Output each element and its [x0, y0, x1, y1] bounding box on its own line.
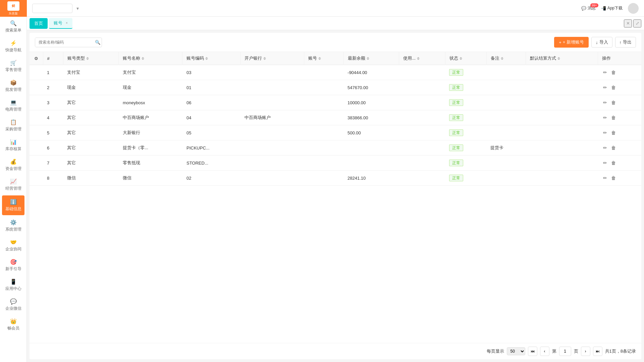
- th-balance[interactable]: 最新余额: [343, 52, 399, 65]
- dropdown-arrow-icon[interactable]: ▾: [76, 6, 79, 11]
- sidebar-item-operations[interactable]: 📈 经营管理: [0, 175, 26, 195]
- cell-settlement: [526, 125, 598, 140]
- th-code[interactable]: 账号编码: [182, 52, 240, 65]
- expand-button[interactable]: ⤢: [633, 19, 641, 27]
- sidebar-item-member[interactable]: 👑 畅会员: [0, 315, 26, 335]
- prev-page-button[interactable]: ‹: [540, 347, 549, 356]
- delete-button[interactable]: 🗑: [610, 99, 617, 107]
- last-page-button[interactable]: ⏭: [593, 347, 602, 356]
- cell-settlement: [526, 110, 598, 125]
- cell-type: 现金: [63, 80, 119, 95]
- cell-type: 其它: [63, 140, 119, 156]
- tab-account[interactable]: 账号 ×: [49, 18, 72, 29]
- sidebar-item-search[interactable]: 🔍 搜索菜单: [0, 17, 26, 37]
- cell-settlement: [526, 80, 598, 95]
- cell-code: 06: [182, 95, 240, 110]
- table-row: 4 其它 中百商场账户 04 中百商场账户 383866.00 正常 ✏ 🗑: [30, 110, 641, 125]
- operations-icon: 📈: [10, 178, 17, 185]
- sidebar-item-inventory[interactable]: 📊 库存核算: [0, 135, 26, 155]
- sidebar-item-purchase[interactable]: 📋 采购管理: [0, 116, 26, 135]
- message-button[interactable]: 💬 消息 99+: [581, 5, 596, 11]
- edit-button[interactable]: ✏: [602, 129, 608, 137]
- sidebar-item-system[interactable]: ⚙️ 系统管理: [0, 216, 26, 236]
- app-download-button[interactable]: 📲 App下载: [601, 5, 623, 11]
- sidebar-item-quicknav[interactable]: ⚡ 快捷导航: [0, 37, 26, 56]
- cell-type: 微信: [63, 171, 119, 186]
- header-right: 💬 消息 99+ 📲 App下载: [581, 3, 639, 14]
- cell-bank: [240, 140, 304, 156]
- th-type[interactable]: 账号类型: [63, 52, 119, 65]
- th-usage[interactable]: 使用...: [399, 52, 445, 65]
- delete-button[interactable]: 🗑: [610, 83, 617, 92]
- export-button[interactable]: ↑ 导出: [615, 37, 636, 48]
- search-input[interactable]: [35, 38, 92, 47]
- edit-button[interactable]: ✏: [602, 114, 608, 122]
- cell-bank: [240, 65, 304, 80]
- delete-button[interactable]: 🗑: [610, 174, 617, 182]
- page-input[interactable]: [559, 347, 571, 356]
- cell-name: 大新银行: [119, 125, 182, 140]
- sidebar-item-retail[interactable]: 🛒 零售管理: [0, 56, 26, 76]
- th-note[interactable]: 备注: [486, 52, 526, 65]
- edit-button[interactable]: ✏: [602, 174, 608, 182]
- sidebar-item-basicinfo[interactable]: ℹ️ 基础信息: [2, 195, 24, 215]
- sidebar-item-label: 经营管理: [5, 186, 21, 191]
- delete-button[interactable]: 🗑: [610, 114, 617, 122]
- cell-account: [304, 95, 343, 110]
- delete-button[interactable]: 🗑: [610, 129, 617, 137]
- delete-button[interactable]: 🗑: [610, 68, 617, 76]
- edit-button[interactable]: ✏: [602, 99, 608, 107]
- sidebar-item-appcenter[interactable]: 📱 应用中心: [0, 275, 26, 295]
- th-settlement[interactable]: 默认结算方式: [526, 52, 598, 65]
- table-row: 8 微信 微信 02 28241.10 正常 ✏ 🗑: [30, 171, 641, 186]
- sidebar-item-collab[interactable]: 🤝 企业协同: [0, 236, 26, 255]
- cell-note: [486, 95, 526, 110]
- avatar[interactable]: [628, 3, 639, 14]
- delete-button[interactable]: 🗑: [610, 144, 617, 152]
- search-button[interactable]: 🔍: [92, 38, 102, 47]
- edit-button[interactable]: ✏: [602, 144, 608, 152]
- sidebar-item-finance[interactable]: 💰 资金管理: [0, 155, 26, 175]
- cell-type: 其它: [63, 156, 119, 171]
- main-area: ▾ 💬 消息 99+ 📲 App下载 首页 账号 × ✕ ⤢: [27, 0, 644, 362]
- first-page-button[interactable]: ⏮: [528, 347, 537, 356]
- guide-icon: 🎯: [10, 259, 17, 265]
- next-page-button[interactable]: ›: [581, 347, 590, 356]
- cell-code: STORED...: [182, 156, 240, 171]
- edit-button[interactable]: ✏: [602, 159, 608, 167]
- sidebar-item-wholesale[interactable]: 📦 批发管理: [0, 76, 26, 96]
- cell-usage: [399, 125, 445, 140]
- th-settings[interactable]: ⚙: [30, 52, 43, 65]
- page-size-select[interactable]: 50 20 100: [507, 347, 525, 355]
- delete-button[interactable]: 🗑: [610, 159, 617, 167]
- import-button[interactable]: ↓ 导入: [591, 37, 612, 48]
- th-account[interactable]: 账号: [304, 52, 343, 65]
- cell-settings: [30, 125, 43, 140]
- app-download-label: App下载: [607, 5, 623, 11]
- sidebar-item-ecommerce[interactable]: 💻 电商管理: [0, 96, 26, 116]
- edit-button[interactable]: ✏: [602, 68, 608, 76]
- top-search-input[interactable]: [32, 4, 72, 13]
- cell-usage: [399, 171, 445, 186]
- per-page-label: 每页显示: [487, 348, 504, 354]
- cell-usage: [399, 65, 445, 80]
- cell-index: 1: [43, 65, 63, 80]
- tab-close-icon[interactable]: ×: [66, 21, 68, 25]
- table-row: 3 其它 moneybosx 06 10000.00 正常 ✏ 🗑: [30, 95, 641, 110]
- sidebar-item-guide[interactable]: 🎯 新手引导: [0, 255, 26, 275]
- th-bank[interactable]: 开户银行: [240, 52, 304, 65]
- th-status[interactable]: 状态: [445, 52, 486, 65]
- cell-bank: 中百商场账户: [240, 110, 304, 125]
- th-name[interactable]: 账号名称: [119, 52, 182, 65]
- sidebar-item-wechat[interactable]: 💬 企业微信: [0, 295, 26, 315]
- close-tab-button[interactable]: ✕: [624, 19, 632, 27]
- tab-home[interactable]: 首页: [30, 18, 48, 29]
- sort-icon: [86, 57, 89, 60]
- th-index: #: [43, 52, 63, 65]
- th-code-label: 账号编码: [186, 55, 204, 61]
- edit-button[interactable]: ✏: [602, 83, 608, 92]
- cell-index: 2: [43, 80, 63, 95]
- add-account-button[interactable]: + + 新增账号: [554, 37, 589, 48]
- th-account-label: 账号: [308, 55, 317, 61]
- cell-balance: [343, 140, 399, 156]
